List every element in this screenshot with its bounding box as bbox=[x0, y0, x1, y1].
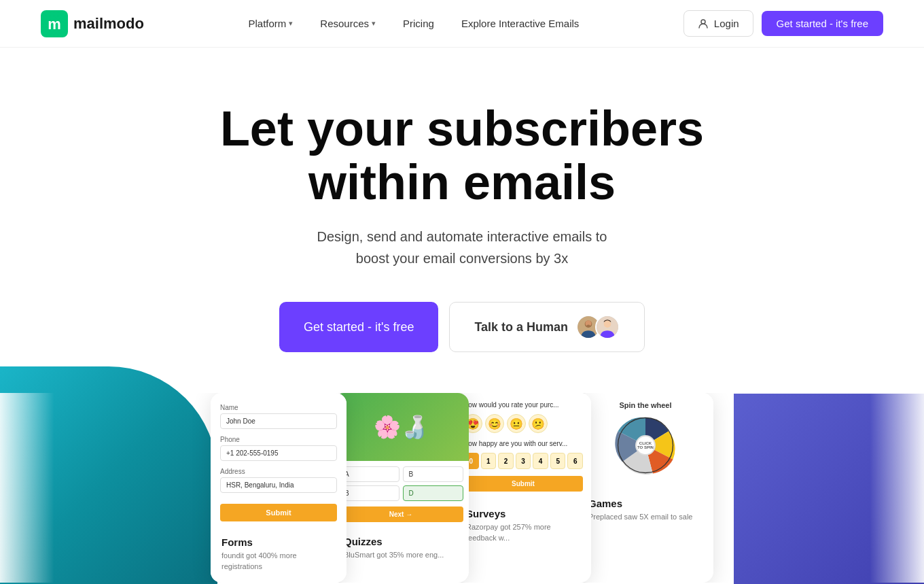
avatar-group bbox=[576, 315, 620, 339]
form-phone-input: +1 202-555-0195 bbox=[220, 445, 337, 461]
games-card-footer: Games Preplaced saw 5X email to sale bbox=[578, 489, 713, 533]
form-name-label: Name bbox=[220, 404, 337, 411]
surveys-card-desc: Razorpay got 257% more feedback w... bbox=[466, 522, 580, 543]
nav-resources[interactable]: Resources ▾ bbox=[309, 12, 387, 35]
num-3: 3 bbox=[516, 453, 531, 469]
nav-interactive-emails[interactable]: Explore Interactive Emails bbox=[450, 12, 590, 35]
person-icon bbox=[698, 18, 709, 29]
emoji-row: 😍 😊 😐 😕 bbox=[463, 414, 583, 433]
quiz-option-d: D bbox=[403, 485, 464, 501]
hero-subtext: Design, send and automate interactive em… bbox=[27, 226, 897, 269]
card-quizzes: 🌸🍶 A B B D Next → Quizzes BluSmart got 3… bbox=[333, 393, 469, 583]
form-address-input: HSR, Bengaluru, India bbox=[220, 477, 337, 493]
number-row: 0 1 2 3 4 5 6 bbox=[463, 453, 583, 469]
quiz-option-b1: B bbox=[403, 466, 464, 482]
emoji-2: 😊 bbox=[485, 414, 504, 433]
games-preview: Spin the wheel bbox=[578, 393, 713, 489]
quizzes-card-footer: Quizzes BluSmart got 35% more eng... bbox=[333, 528, 469, 571]
emoji-4: 😕 bbox=[529, 414, 548, 433]
num-6: 6 bbox=[567, 453, 583, 469]
hero-get-started-button[interactable]: Get started - it's free bbox=[279, 302, 439, 352]
surveys-card-title: Surveys bbox=[466, 508, 580, 519]
logo[interactable]: m mailmodo bbox=[41, 10, 144, 37]
forms-preview: Name John Doe Phone +1 202-555-0195 Addr… bbox=[211, 393, 346, 528]
cards-section: Name John Doe Phone +1 202-555-0195 Addr… bbox=[0, 393, 924, 583]
nav-pricing[interactable]: Pricing bbox=[392, 12, 445, 35]
svg-text:m: m bbox=[48, 15, 61, 32]
hero-section: Let your subscribers within emails Desig… bbox=[0, 48, 924, 393]
form-phone-field: Phone +1 202-555-0195 bbox=[220, 436, 337, 461]
survey-preview: How would you rate your purc... 😍 😊 😐 😕 … bbox=[455, 393, 591, 500]
svg-point-9 bbox=[605, 321, 611, 327]
survey-q2: How happy are you with our serv... bbox=[463, 440, 583, 447]
nav-platform-chevron: ▾ bbox=[289, 19, 293, 28]
forms-card-title: Forms bbox=[221, 536, 336, 548]
nav-resources-chevron: ▾ bbox=[372, 19, 376, 28]
hero-talk-to-human-button[interactable]: Talk to a Human bbox=[449, 302, 645, 352]
num-5: 5 bbox=[550, 453, 566, 469]
survey-submit-button[interactable]: Submit bbox=[463, 476, 583, 492]
quiz-next-button[interactable]: Next → bbox=[338, 506, 463, 522]
card-forms: Name John Doe Phone +1 202-555-0195 Addr… bbox=[211, 393, 346, 583]
login-button[interactable]: Login bbox=[683, 10, 753, 37]
quizzes-card-desc: BluSmart got 35% more eng... bbox=[344, 550, 458, 560]
quiz-options: A B B D bbox=[333, 461, 469, 506]
main-nav: Platform ▾ Resources ▾ Pricing Explore I… bbox=[237, 12, 590, 35]
form-name-input: John Doe bbox=[220, 413, 337, 429]
form-address-label: Address bbox=[220, 468, 337, 475]
quiz-option-b2: B bbox=[338, 485, 399, 501]
games-card-desc: Preplaced saw 5X email to sale bbox=[588, 512, 703, 522]
spin-wheel-title: Spin the wheel bbox=[586, 401, 705, 409]
forms-card-desc: foundit got 400% more registrations bbox=[221, 551, 336, 572]
header-actions: Login Get started - it's free bbox=[683, 10, 883, 37]
survey-q1: How would you rate your purc... bbox=[463, 401, 583, 409]
logo-icon: m bbox=[41, 10, 68, 37]
form-phone-label: Phone bbox=[220, 436, 337, 443]
cards-container: Name John Doe Phone +1 202-555-0195 Addr… bbox=[14, 393, 910, 583]
svg-point-6 bbox=[586, 325, 590, 328]
forms-card-footer: Forms foundit got 400% more registration… bbox=[211, 528, 346, 583]
header: m mailmodo Platform ▾ Resources ▾ Pricin… bbox=[0, 0, 924, 48]
num-4: 4 bbox=[533, 453, 548, 469]
wheel-container: CLICKTO SPIN bbox=[615, 415, 676, 476]
quiz-image: 🌸🍶 bbox=[333, 393, 469, 461]
avatar-2 bbox=[595, 315, 620, 339]
card-games: Spin the wheel bbox=[578, 393, 713, 583]
emoji-3: 😐 bbox=[507, 414, 526, 433]
num-2: 2 bbox=[498, 453, 514, 469]
quizzes-card-title: Quizzes bbox=[344, 536, 458, 547]
surveys-card-footer: Surveys Razorpay got 257% more feedback … bbox=[455, 500, 591, 554]
header-get-started-button[interactable]: Get started - it's free bbox=[762, 11, 883, 36]
quiz-option-a: A bbox=[338, 466, 399, 482]
nav-platform[interactable]: Platform ▾ bbox=[237, 12, 304, 35]
form-address-field: Address HSR, Bengaluru, India bbox=[220, 468, 337, 493]
form-submit-button[interactable]: Submit bbox=[220, 504, 337, 521]
num-1: 1 bbox=[481, 453, 497, 469]
quiz-preview: 🌸🍶 A B B D Next → bbox=[333, 393, 469, 528]
wheel-center-text[interactable]: CLICKTO SPIN bbox=[635, 435, 656, 456]
hero-headline: Let your subscribers within emails bbox=[27, 102, 897, 209]
card-surveys: How would you rate your purc... 😍 😊 😐 😕 … bbox=[455, 393, 591, 583]
form-name-field: Name John Doe bbox=[220, 404, 337, 429]
svg-point-2 bbox=[701, 20, 705, 24]
hero-buttons: Get started - it's free Talk to a Human bbox=[27, 302, 897, 352]
logo-text: mailmodo bbox=[73, 15, 144, 33]
games-card-title: Games bbox=[588, 498, 703, 509]
